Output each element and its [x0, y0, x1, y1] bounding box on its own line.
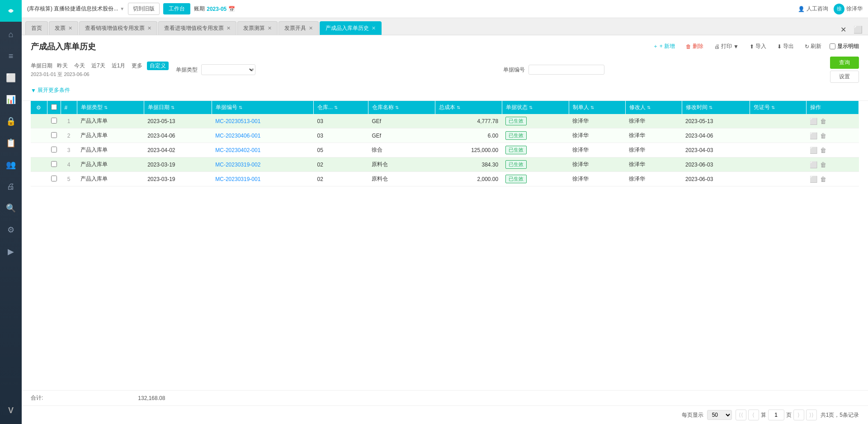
- row-checkbox-2[interactable]: [47, 143, 61, 157]
- settings-button[interactable]: 设置: [830, 71, 859, 83]
- tab-purchase-vat-close[interactable]: ✕: [226, 25, 231, 31]
- show-details-toggle[interactable]: 显示明细: [830, 43, 859, 50]
- prev-page-button[interactable]: ⟨: [748, 410, 759, 420]
- row-delete-icon-4[interactable]: 🗑: [820, 176, 826, 183]
- row-check-1[interactable]: [51, 132, 57, 138]
- shortcut-1month[interactable]: 近1月: [110, 62, 127, 70]
- tab-home[interactable]: 首页: [25, 21, 48, 35]
- row-edit-icon-1[interactable]: ⬜: [810, 132, 817, 139]
- row-checkbox-1[interactable]: [47, 129, 61, 143]
- row-edit-icon-0[interactable]: ⬜: [810, 118, 817, 125]
- sidebar-item-docs[interactable]: ≡: [0, 46, 22, 66]
- row-checkbox-4[interactable]: [47, 172, 61, 186]
- sidebar-item-v[interactable]: V: [0, 400, 22, 420]
- new-button[interactable]: ＋ + 新增: [650, 41, 678, 52]
- sort-type-icon[interactable]: ⇅: [104, 105, 108, 110]
- tab-invoice-open[interactable]: 发票开具 ✕: [278, 21, 319, 35]
- row-number-4[interactable]: MC-20230319-001: [212, 172, 313, 186]
- row-edit-icon-4[interactable]: ⬜: [810, 176, 817, 183]
- row-check-3[interactable]: [51, 161, 57, 167]
- shortcut-7days[interactable]: 近7天: [90, 62, 107, 70]
- tab-product-history[interactable]: 产成品入库单历史 ✕: [320, 21, 382, 35]
- th-settings[interactable]: ⚙: [31, 101, 47, 114]
- print-button[interactable]: 🖨 打印 ▼: [712, 41, 741, 52]
- import-button[interactable]: ⬆ 导入: [747, 41, 769, 52]
- tab-invoice-close[interactable]: ✕: [68, 25, 72, 31]
- row-number-link-3[interactable]: MC-20230319-002: [215, 162, 260, 168]
- sort-status-icon[interactable]: ⇅: [529, 105, 533, 110]
- sidebar-item-lock[interactable]: 🔒: [0, 111, 22, 131]
- per-page-select[interactable]: 50 100 200: [707, 410, 732, 420]
- row-checkbox-0[interactable]: [47, 114, 61, 129]
- row-number-link-2[interactable]: MC-20230402-001: [215, 147, 260, 153]
- show-details-checkbox[interactable]: [830, 43, 835, 49]
- tab-invoice-calc-close[interactable]: ✕: [268, 25, 272, 31]
- tab-sales-vat-close[interactable]: ✕: [147, 25, 151, 31]
- expand-more-button[interactable]: ▼ 展开更多条件: [31, 85, 859, 96]
- sort-modifier-icon[interactable]: ⇅: [647, 105, 651, 110]
- row-number-3[interactable]: MC-20230319-002: [212, 157, 313, 172]
- row-delete-icon-2[interactable]: 🗑: [820, 147, 826, 154]
- row-delete-icon-1[interactable]: 🗑: [820, 132, 826, 139]
- tab-close-all-button[interactable]: ✕: [839, 24, 848, 35]
- sidebar-item-chart[interactable]: ⬜: [0, 68, 22, 88]
- tab-sales-vat[interactable]: 查看销项增值税专用发票 ✕: [79, 21, 157, 35]
- row-check-4[interactable]: [51, 176, 57, 181]
- row-check-2[interactable]: [51, 147, 57, 152]
- shortcut-today[interactable]: 今天: [72, 62, 87, 70]
- row-edit-icon-2[interactable]: ⬜: [810, 147, 817, 154]
- tab-product-history-close[interactable]: ✕: [372, 25, 376, 31]
- tab-purchase-vat[interactable]: 查看进项增值税专用发票 ✕: [158, 21, 236, 35]
- sidebar-item-play[interactable]: ▶: [0, 242, 22, 262]
- row-edit-icon-3[interactable]: ⬜: [810, 161, 817, 168]
- sidebar-item-gear[interactable]: ⚙: [0, 220, 22, 240]
- tab-invoice-calc[interactable]: 发票测算 ✕: [237, 21, 278, 35]
- sidebar-item-inbox[interactable]: 📋: [0, 133, 22, 153]
- tab-invoice-open-close[interactable]: ✕: [309, 25, 313, 31]
- row-number-link-1[interactable]: MC-20230406-001: [215, 133, 260, 139]
- sort-voucher-icon[interactable]: ⇅: [771, 105, 775, 110]
- delete-button[interactable]: 🗑 删除: [683, 41, 706, 52]
- sort-creator-icon[interactable]: ⇅: [590, 105, 594, 110]
- sort-cost-icon[interactable]: ⇅: [457, 105, 460, 110]
- type-filter-select[interactable]: [201, 64, 255, 75]
- query-button[interactable]: 查询: [830, 57, 859, 69]
- sidebar-item-search[interactable]: 🔍: [0, 198, 22, 218]
- export-button[interactable]: ⬇ 导出: [774, 41, 797, 52]
- restore-button[interactable]: 切到旧版: [128, 3, 160, 15]
- sidebar-item-people[interactable]: 👥: [0, 155, 22, 175]
- next-page-button[interactable]: ⟩: [793, 410, 804, 420]
- sort-number-icon[interactable]: ⇅: [239, 105, 242, 110]
- row-delete-icon-3[interactable]: 🗑: [820, 161, 826, 168]
- sort-wcode-icon[interactable]: ⇅: [334, 105, 338, 110]
- row-number-link-4[interactable]: MC-20230319-001: [215, 176, 260, 182]
- row-number-0[interactable]: MC-20230513-001: [212, 114, 313, 129]
- row-number-2[interactable]: MC-20230402-001: [212, 143, 313, 157]
- sort-wname-icon[interactable]: ⇅: [395, 105, 399, 110]
- sort-date-icon[interactable]: ⇅: [171, 105, 175, 110]
- shortcut-more[interactable]: 更多: [130, 62, 144, 70]
- number-filter-input[interactable]: [528, 65, 604, 75]
- row-number-link-0[interactable]: MC-20230513-001: [215, 118, 260, 124]
- shortcut-custom[interactable]: 自定义: [147, 62, 169, 70]
- workbench-button[interactable]: 工作台: [163, 3, 190, 14]
- row-check-0[interactable]: [51, 118, 57, 124]
- refresh-button[interactable]: ↻ 刷新: [802, 41, 824, 52]
- row-delete-icon-0[interactable]: 🗑: [820, 118, 826, 125]
- last-page-button[interactable]: ⟩⟩: [806, 410, 817, 420]
- select-all-checkbox[interactable]: [51, 104, 57, 110]
- shortcut-yesterday[interactable]: 昨天: [55, 62, 70, 70]
- sidebar-item-home[interactable]: ⌂: [0, 24, 22, 44]
- row-number-1[interactable]: MC-20230406-001: [212, 129, 313, 143]
- th-checkbox[interactable]: [47, 101, 61, 114]
- row-checkbox-3[interactable]: [47, 157, 61, 172]
- service-link[interactable]: 👤 人工咨询: [798, 5, 828, 13]
- first-page-button[interactable]: ⟨⟨: [736, 410, 746, 420]
- sort-mtime-icon[interactable]: ⇅: [709, 105, 712, 110]
- tab-invoice[interactable]: 发票 ✕: [49, 21, 78, 35]
- sidebar-item-stats[interactable]: 📊: [0, 90, 22, 110]
- page-input[interactable]: [768, 410, 784, 420]
- user-menu[interactable]: 徐 徐泽华: [834, 4, 863, 14]
- sidebar-item-print[interactable]: 🖨: [0, 176, 22, 196]
- tab-maximize-button[interactable]: ⬜: [852, 24, 864, 35]
